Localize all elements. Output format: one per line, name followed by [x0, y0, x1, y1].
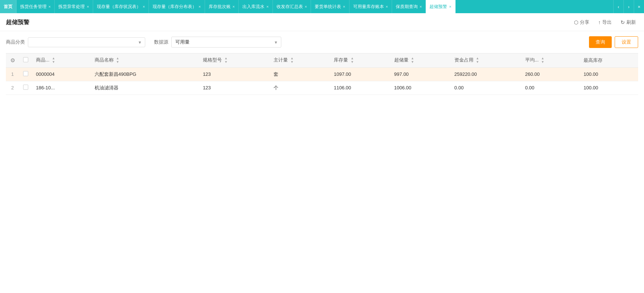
- row-num-0: 1: [6, 67, 19, 81]
- nav-tab-inventory-status-label: 现存量（库存状况表）: [97, 4, 141, 10]
- nav-tab-inventory-status[interactable]: 现存量（库存状况表） ×: [93, 0, 149, 13]
- nav-tab-inventory-status-close[interactable]: ×: [143, 4, 145, 9]
- row-num-1: 2: [6, 81, 19, 94]
- col-spec-header[interactable]: 规格型号 ▲▼: [199, 53, 270, 68]
- cell-product-code-1: 186-10...: [32, 81, 91, 94]
- nav-tab-task[interactable]: 拣货任务管理 ×: [17, 0, 55, 13]
- col-product-name-header[interactable]: 商品名称 ▲▼: [91, 53, 200, 68]
- nav-tab-home-label: 首页: [4, 4, 12, 10]
- nav-tab-inout[interactable]: 出入库流水 ×: [239, 0, 272, 13]
- datasource-filter: 数据源 可用量 ▾: [154, 37, 281, 48]
- nav-tab-available-close[interactable]: ×: [386, 4, 388, 9]
- select-all-checkbox[interactable]: [23, 57, 28, 62]
- set-button[interactable]: 设置: [615, 36, 638, 48]
- row-select-checkbox-1[interactable]: [23, 85, 28, 90]
- nav-arrow-left[interactable]: ‹: [613, 0, 623, 13]
- nav-tab-home[interactable]: 首页: [0, 0, 17, 13]
- datasource-label: 数据源: [154, 39, 168, 45]
- nav-tab-abnormal-close[interactable]: ×: [87, 4, 89, 9]
- query-button[interactable]: 查询: [589, 36, 612, 48]
- nav-tab-collect-close[interactable]: ×: [305, 4, 307, 9]
- sort-spec-icon: ▲▼: [224, 57, 228, 64]
- gear-icon[interactable]: ⚙: [10, 57, 15, 63]
- col-checkbox-header: [19, 53, 32, 68]
- row-select-checkbox-0[interactable]: [23, 71, 28, 76]
- table-header-row: ⚙ 商品... ▲▼ 商品名称 ▲▼ 规格型号 ▲▼: [6, 53, 638, 68]
- page-header: 超储预警 ⬡ 分享 ↑ 导出 ↻ 刷新: [0, 13, 644, 31]
- nav-arrows: ‹ › ×: [613, 0, 644, 13]
- nav-tab-available[interactable]: 可用量库存账本 ×: [350, 0, 392, 13]
- nav-tab-collect-label: 收发存汇总表: [277, 4, 303, 10]
- filter-area: 商品分类 ▾ 数据源 可用量 ▾ 查询 设置: [0, 31, 644, 53]
- row-checkbox-1: [19, 81, 32, 94]
- nav-tab-task-label: 拣货任务管理: [20, 4, 47, 10]
- nav-tab-task-close[interactable]: ×: [48, 4, 51, 9]
- export-label: 导出: [602, 19, 612, 26]
- nav-tab-order-stat[interactable]: 要货单统计表 ×: [311, 0, 349, 13]
- sort-avg-icon: ▲▼: [541, 57, 544, 64]
- nav-tab-available-label: 可用量库存账本: [353, 4, 384, 10]
- share-icon: ⬡: [574, 19, 578, 25]
- cell-overstock-1: 1006.00: [391, 81, 451, 94]
- col-capital-header[interactable]: 资金占用 ▲▼: [451, 53, 522, 68]
- cell-max-stock-0: 100.00: [580, 67, 638, 81]
- cell-capital-0: 259220.00: [451, 67, 522, 81]
- export-button[interactable]: ↑ 导出: [596, 18, 614, 27]
- cell-product-name-0: 六配套新昌490BPG: [91, 67, 200, 81]
- page-container: 超储预警 ⬡ 分享 ↑ 导出 ↻ 刷新 商品分类 ▾ 数据源: [0, 13, 644, 293]
- table-row: 2 186-10... 机油滤清器 123 个 1106.00 1006.00 …: [6, 81, 638, 94]
- cell-avg-1: 0.00: [522, 81, 580, 94]
- nav-tab-inout-close[interactable]: ×: [266, 4, 268, 9]
- refresh-label: 刷新: [626, 19, 636, 26]
- datasource-select[interactable]: 可用量 ▾: [171, 37, 281, 48]
- cell-spec-1: 123: [199, 81, 270, 94]
- cell-unit-1: 个: [270, 81, 330, 94]
- filter-actions: 查询 设置: [589, 36, 638, 48]
- nav-tab-batch-close[interactable]: ×: [233, 4, 235, 9]
- sort-capital-icon: ▲▼: [476, 57, 479, 64]
- col-avg-header[interactable]: 平均... ▲▼: [522, 53, 580, 68]
- nav-tab-overstock-close[interactable]: ×: [449, 4, 451, 9]
- sort-unit-icon: ▲▼: [290, 57, 294, 64]
- table-wrapper: ⚙ 商品... ▲▼ 商品名称 ▲▼ 规格型号 ▲▼: [0, 53, 644, 95]
- share-button[interactable]: ⬡ 分享: [572, 18, 592, 27]
- nav-tab-batch[interactable]: 库存批次账 ×: [205, 0, 239, 13]
- col-unit-header[interactable]: 主计量 ▲▼: [270, 53, 330, 68]
- col-overstock-header[interactable]: 超储量 ▲▼: [391, 53, 451, 68]
- nav-tab-inventory-dist-label: 现存量（库存分布表）: [153, 4, 197, 10]
- nav-tab-overstock[interactable]: 超储预警 ×: [426, 0, 455, 13]
- table-row: 1 0000004 六配套新昌490BPG 123 套 1097.00 997.…: [6, 67, 638, 81]
- refresh-button[interactable]: ↻ 刷新: [618, 18, 638, 27]
- cell-max-stock-1: 100.00: [580, 81, 638, 94]
- cell-product-code-0: 0000004: [32, 67, 91, 81]
- sort-stock-icon: ▲▼: [351, 57, 354, 64]
- cell-unit-0: 套: [270, 67, 330, 81]
- nav-tab-overstock-label: 超储预警: [429, 4, 447, 10]
- nav-tab-collect[interactable]: 收发存汇总表 ×: [273, 0, 311, 13]
- export-icon: ↑: [598, 19, 601, 25]
- top-navigation: 首页 拣货任务管理 × 拣货异常处理 × 现存量（库存状况表） × 现存量（库存…: [0, 0, 644, 13]
- cell-avg-0: 260.00: [522, 67, 580, 81]
- col-stock-header[interactable]: 库存量 ▲▼: [330, 53, 390, 68]
- nav-tab-inventory-dist[interactable]: 现存量（库存分布表） ×: [149, 0, 205, 13]
- col-max-stock-header[interactable]: 最高库存: [580, 53, 638, 68]
- datasource-arrow-icon: ▾: [275, 40, 277, 45]
- nav-tab-inventory-dist-close[interactable]: ×: [198, 4, 201, 9]
- nav-tab-inout-label: 出入库流水: [242, 4, 264, 10]
- cell-overstock-0: 997.00: [391, 67, 451, 81]
- nav-arrow-close[interactable]: ×: [634, 0, 644, 13]
- cell-stock-0: 1097.00: [330, 67, 390, 81]
- nav-tab-order-stat-close[interactable]: ×: [343, 4, 345, 9]
- sort-product-code-icon: ▲▼: [52, 57, 55, 64]
- nav-tab-quality-label: 保质期查询: [396, 4, 418, 10]
- datasource-value: 可用量: [175, 39, 190, 45]
- nav-tab-quality[interactable]: 保质期查询 ×: [392, 0, 426, 13]
- col-product-code-header[interactable]: 商品... ▲▼: [32, 53, 91, 68]
- category-select[interactable]: ▾: [28, 37, 145, 47]
- nav-arrow-right[interactable]: ›: [623, 0, 634, 13]
- refresh-icon: ↻: [621, 19, 625, 25]
- table-body: 1 0000004 六配套新昌490BPG 123 套 1097.00 997.…: [6, 67, 638, 94]
- nav-tab-quality-close[interactable]: ×: [420, 4, 422, 9]
- nav-tab-abnormal[interactable]: 拣货异常处理 ×: [55, 0, 93, 13]
- cell-product-name-1: 机油滤清器: [91, 81, 200, 94]
